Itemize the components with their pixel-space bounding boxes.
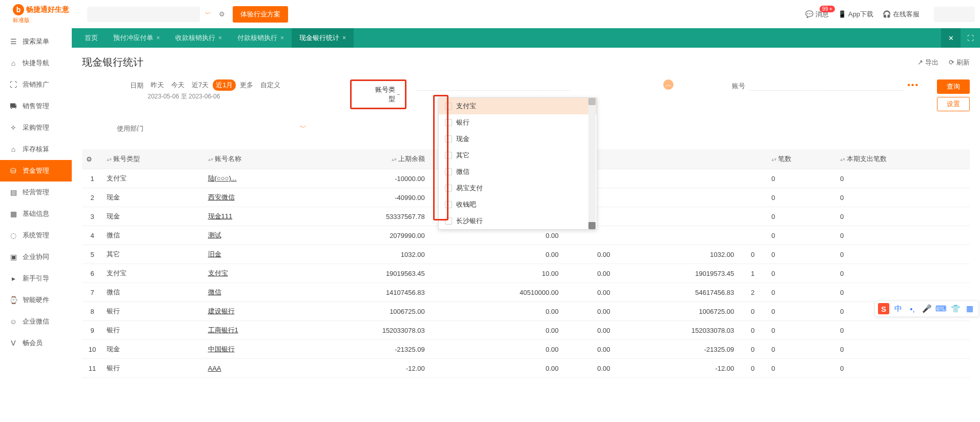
ime-toolbar[interactable]: S 中 •, 🎤 ⌨ 👕 ▦ xyxy=(874,300,979,317)
tab-3[interactable]: 付款核销执行× xyxy=(230,28,292,48)
export-button[interactable]: ↗ 导出 xyxy=(917,58,938,67)
sidebar-item-2[interactable]: ⛶营销推广 xyxy=(0,74,72,95)
dropdown-item-2[interactable]: 现金 xyxy=(439,131,597,147)
checkbox[interactable] xyxy=(445,201,452,208)
sidebar-item-13[interactable]: ☺企业微信 xyxy=(0,311,72,332)
trial-button[interactable]: 体验行业方案 xyxy=(233,6,288,23)
account-link[interactable]: 旧金 xyxy=(208,250,221,258)
sidebar-label: 经营管理 xyxy=(23,188,49,197)
sidebar-item-8[interactable]: ▦基础信息 xyxy=(0,203,72,225)
fullscreen-button[interactable]: ⛶ xyxy=(961,28,980,48)
query-button[interactable]: 查询 xyxy=(937,79,970,94)
sort-icon: ▴▾ xyxy=(840,158,845,160)
sidebar-item-14[interactable]: V畅会员 xyxy=(0,332,72,354)
user-avatar[interactable] xyxy=(934,7,975,22)
date-option-3[interactable]: 近1月 xyxy=(213,79,236,91)
cell-h3 xyxy=(738,188,767,207)
cell-income: 0.00 xyxy=(429,359,563,378)
checkbox[interactable] xyxy=(445,119,452,126)
ime-skin-icon[interactable]: 👕 xyxy=(950,303,961,314)
more-filters-button[interactable]: ••• xyxy=(907,81,919,90)
collapse-filters-button[interactable]: ︿ xyxy=(663,79,673,90)
account-number-input[interactable] xyxy=(749,79,903,91)
dropdown-item-1[interactable]: 银行 xyxy=(439,114,597,131)
dropdown-item-4[interactable]: 微信 xyxy=(439,164,597,180)
checkbox[interactable] xyxy=(445,103,452,110)
tab-2[interactable]: 收款核销执行× xyxy=(168,28,230,48)
account-link[interactable]: AAA xyxy=(208,365,221,372)
tab-close-icon[interactable]: × xyxy=(342,34,346,42)
account-link[interactable]: 微信 xyxy=(208,288,221,296)
checkbox[interactable] xyxy=(445,135,452,143)
app-download-link[interactable]: 📱 App下载 xyxy=(838,10,873,19)
sidebar-item-9[interactable]: ◌系统管理 xyxy=(0,225,72,246)
checkbox[interactable] xyxy=(445,168,452,175)
dropdown-item-7[interactable]: 长沙银行 xyxy=(439,213,597,229)
account-link[interactable]: 建设银行 xyxy=(208,307,235,315)
account-link[interactable]: 中国银行 xyxy=(208,345,235,353)
company-caret-icon[interactable]: ﹀ xyxy=(205,10,211,18)
sidebar-item-5[interactable]: ⌂库存核算 xyxy=(0,138,72,160)
sidebar-item-7[interactable]: ▤经营管理 xyxy=(0,182,72,203)
sogou-icon[interactable]: S xyxy=(878,303,889,314)
checkbox[interactable] xyxy=(445,152,452,159)
sidebar-item-0[interactable]: ☰搜索菜单 xyxy=(0,31,72,52)
tab-0[interactable]: 首页 xyxy=(77,28,106,48)
col-account-name[interactable]: ▴▾账号名称 xyxy=(204,149,305,169)
table-settings-button[interactable]: ⚙ xyxy=(82,149,103,169)
sidebar-item-11[interactable]: ▸新手引导 xyxy=(0,268,72,289)
ime-tools-icon[interactable]: ▦ xyxy=(964,303,975,314)
account-type-filter[interactable]: 账号类型 xyxy=(350,79,406,109)
date-option-2[interactable]: 近7天 xyxy=(189,79,212,91)
col-account-type[interactable]: ▴▾账号类型 xyxy=(103,149,204,169)
dropdown-item-3[interactable]: 其它 xyxy=(439,147,597,164)
customer-service-link[interactable]: 🎧 在线客服 xyxy=(883,10,920,19)
sidebar-item-12[interactable]: ⌚智能硬件 xyxy=(0,289,72,311)
settings-gear-icon[interactable]: ⚙ xyxy=(219,10,225,18)
dropdown-item-0[interactable]: 支付宝 xyxy=(439,98,597,114)
scroll-down-icon[interactable] xyxy=(588,222,596,229)
checkbox[interactable] xyxy=(445,217,452,225)
account-link[interactable]: 西安微信 xyxy=(208,193,235,201)
ime-keyboard-icon[interactable]: ⌨ xyxy=(935,303,947,314)
account-link[interactable]: 支付宝 xyxy=(208,269,228,277)
account-link[interactable]: 工商银行1 xyxy=(208,326,238,334)
company-select[interactable] xyxy=(87,7,200,22)
account-type-field[interactable] xyxy=(417,79,653,91)
dropdown-scrollbar[interactable] xyxy=(588,99,596,228)
ime-lang[interactable]: 中 xyxy=(892,303,904,314)
ime-mic-icon[interactable]: 🎤 xyxy=(921,303,932,314)
date-option-0[interactable]: 昨天 xyxy=(148,79,167,91)
account-link[interactable]: 陆(○○○)... xyxy=(208,174,237,182)
sidebar-item-3[interactable]: ⛟销售管理 xyxy=(0,95,72,117)
messages-link[interactable]: 💬 消息 99 + xyxy=(805,10,829,19)
account-link[interactable]: 现金111 xyxy=(208,212,233,220)
dropdown-item-6[interactable]: 收钱吧 xyxy=(439,196,597,213)
date-option-5[interactable]: 自定义 xyxy=(257,79,283,91)
ime-punct-icon[interactable]: •, xyxy=(907,303,918,314)
tab-4[interactable]: 现金银行统计× xyxy=(292,28,354,48)
tab-close-all-button[interactable]: ✕ xyxy=(941,28,961,48)
message-icon: 💬 xyxy=(805,10,813,18)
col-outcome-count[interactable]: ▴▾本期支出笔数 xyxy=(836,149,970,169)
tab-1[interactable]: 预付冲应付单× xyxy=(106,28,168,48)
sidebar-item-4[interactable]: ✧采购管理 xyxy=(0,117,72,138)
scroll-up-icon[interactable] xyxy=(588,98,596,105)
refresh-button[interactable]: ⟳ 刷新 xyxy=(949,58,970,67)
tab-close-icon[interactable]: × xyxy=(156,34,160,42)
sidebar-item-1[interactable]: ⌂快捷导航 xyxy=(0,52,72,74)
tab-close-icon[interactable]: × xyxy=(280,34,284,42)
col-count[interactable]: ▴▾笔数 xyxy=(767,149,836,169)
date-option-4[interactable]: 更多 xyxy=(237,79,256,91)
col-prev-balance[interactable]: ▴▾上期余额 xyxy=(305,149,429,169)
account-link[interactable]: 测试 xyxy=(208,231,221,239)
sidebar-item-10[interactable]: ▣企业协同 xyxy=(0,246,72,268)
date-option-1[interactable]: 今天 xyxy=(168,79,188,91)
account-type-dropdown[interactable]: 支付宝银行现金其它微信易宝支付收钱吧长沙银行 xyxy=(438,97,597,230)
dropdown-item-5[interactable]: 易宝支付 xyxy=(439,180,597,196)
tab-close-icon[interactable]: × xyxy=(218,34,222,42)
sidebar-item-6[interactable]: ⛁资金管理 xyxy=(0,160,72,182)
dept-select[interactable]: ﹀ xyxy=(148,122,307,134)
settings-button[interactable]: 设置 xyxy=(937,97,970,111)
checkbox[interactable] xyxy=(445,185,452,192)
